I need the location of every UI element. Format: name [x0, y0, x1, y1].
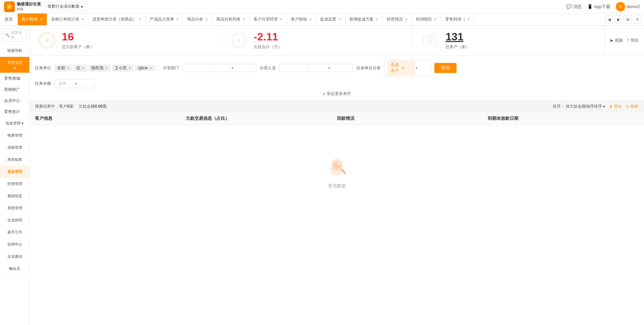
- tab-production[interactable]: 产成品入库单 ✕: [146, 13, 183, 26]
- tab-close-accounts[interactable]: ✕: [40, 17, 43, 21]
- nav-next-button[interactable]: ▶: [614, 15, 622, 24]
- svg-rect-8: [432, 37, 433, 38]
- sidebar-item-retail-stats[interactable]: 零售统计: [0, 106, 29, 117]
- top-bar-left: 🌟 畅捷通好生意 标版 母婴行业演示帐套 ▾: [4, 1, 87, 12]
- tab-close-goods-analysis-list[interactable]: ✕: [243, 17, 245, 21]
- tag-close-wu[interactable]: ✕: [82, 66, 85, 70]
- stats-value-debt-amount: -2.11: [254, 31, 282, 43]
- filter-tag-cjttcw[interactable]: cjttcw ✕: [135, 65, 155, 71]
- filter-person-dropdown[interactable]: ··· ▾: [279, 64, 353, 72]
- message-button[interactable]: 💬 消息: [566, 4, 582, 10]
- tab-purchase-stats[interactable]: 进货单统计表（按商品） ✕: [88, 13, 146, 26]
- stats-text-debt-amount: -2.11 欠款合计（万）: [254, 31, 282, 50]
- collapse-filters-button[interactable]: ∧ 收起更多条件: [323, 91, 351, 97]
- sidebar-item-app-center[interactable]: 应用中心: [0, 239, 29, 251]
- download-button[interactable]: 📱 App下载: [587, 4, 610, 10]
- results-actions: 排序： 排序：按欠款金额倒序排序 按欠款金额倒序排序 ▾ ⬆ 导出 ↻ 刷新: [553, 104, 639, 109]
- nav-close-all-button[interactable]: ✕: [633, 15, 641, 24]
- tag-close-wang[interactable]: ✕: [128, 66, 131, 70]
- nav-prev-button[interactable]: ◀: [605, 15, 613, 24]
- export-icon: ⬆: [609, 104, 612, 109]
- search-menu-input[interactable]: 🔍 搜索菜单: [3, 28, 27, 42]
- sidebar-item-operations[interactable]: 经营管理: [0, 178, 29, 190]
- filter-row-1: 往来单位 全部 ✕ 伍 ✕ 陈民强 ✕ 王小亮: [35, 60, 639, 76]
- export-button[interactable]: ⬆ 导出: [609, 104, 622, 109]
- tab-customer-seg[interactable]: 客户分层经营 ✕: [250, 13, 287, 26]
- tab-close-customer-contact[interactable]: ✕: [309, 17, 312, 21]
- filter-dept-dropdown[interactable]: ··· ▾: [182, 64, 256, 72]
- tab-goods-analysis-list[interactable]: 商品分析列表 ✕: [212, 13, 250, 26]
- query-button[interactable]: 查询: [434, 63, 457, 73]
- svg-point-13: [337, 161, 340, 165]
- sidebar-item-inventory[interactable]: 库存核算: [0, 154, 29, 166]
- col-repayment: 回款情况: [337, 115, 488, 121]
- sidebar-item-quick-nav[interactable]: 快捷导航: [0, 45, 29, 57]
- tab-close-profit-report[interactable]: ✕: [434, 17, 437, 21]
- filter-tag-chen[interactable]: 陈民强 ✕: [89, 65, 111, 72]
- help-button[interactable]: ? 帮助: [627, 38, 639, 43]
- tab-close-biz-status[interactable]: ✕: [405, 17, 407, 21]
- tab-retail-profit[interactable]: 零售利润（ ✕: [441, 13, 474, 26]
- filter-tag-wang[interactable]: 王小亮 ✕: [112, 65, 134, 72]
- tab-close-goods-analysis[interactable]: ✕: [205, 17, 208, 21]
- sidebar-item-wechat[interactable]: 企业微信: [0, 251, 29, 263]
- filter-person-label: 分管人员: [260, 65, 276, 71]
- tab-customer-contact[interactable]: 客户联络 ✕: [287, 13, 316, 26]
- user-menu[interactable]: D demo2: [616, 2, 640, 11]
- tab-purchase-orders[interactable]: 采购订单统计表 ✕: [47, 13, 88, 26]
- tag-close-all[interactable]: ✕: [67, 66, 70, 70]
- sidebar-item-marketing[interactable]: 营销推广: [0, 84, 29, 95]
- sidebar-item-base-info[interactable]: 基础信息: [0, 190, 29, 202]
- filter-classify-dropdown[interactable]: 普通客户 ✕ ▾: [384, 60, 431, 76]
- tab-close-promo-settings[interactable]: ✕: [338, 17, 341, 21]
- sidebar-item-wholesale-mgmt[interactable]: 批发管理 ▾: [0, 117, 29, 130]
- tab-accounts[interactable]: 客户账本 ✕: [18, 13, 47, 26]
- nav-expand-button[interactable]: ⊞: [624, 15, 632, 24]
- tab-new-promo[interactable]: 新增提成方案 ✕: [345, 13, 383, 26]
- tag-close-chen[interactable]: ✕: [105, 66, 108, 70]
- sidebar-item-member-center[interactable]: 会员中心: [0, 95, 29, 106]
- video-button[interactable]: ▶ 视频: [610, 38, 623, 43]
- tag-close-cjttcw[interactable]: ✕: [149, 66, 152, 70]
- sidebar-item-ecommerce[interactable]: 电商管理: [0, 130, 29, 142]
- tag-close-classify[interactable]: ✕: [401, 66, 411, 70]
- tab-close-customer-seg[interactable]: ✕: [280, 17, 283, 21]
- stats-text-total-customers: 131 总客户（家）: [445, 31, 470, 50]
- help-icon: ?: [627, 38, 629, 43]
- top-bar-right: 💬 消息 📱 App下载 D demo2: [566, 2, 640, 11]
- tab-close-new-promo[interactable]: ✕: [376, 17, 378, 21]
- chevron-down-icon: ▾: [81, 4, 83, 9]
- sidebar-item-guide[interactable]: 新手引导: [0, 226, 29, 239]
- empty-icon: [324, 152, 350, 179]
- logo-area: 🌟 畅捷通好生意 标版: [4, 1, 41, 12]
- sidebar-item-retail-mgmt[interactable]: 零售管理 ▲: [0, 57, 29, 73]
- sidebar-item-vip[interactable]: 畅会员: [0, 263, 29, 275]
- tab-close-purchase-orders[interactable]: ✕: [81, 17, 84, 21]
- tab-close-retail-profit[interactable]: ✕: [467, 17, 470, 21]
- tab-profit-report[interactable]: 利润报告 ✕: [412, 13, 441, 26]
- demo-selector[interactable]: 母婴行业演示帐套 ▾: [44, 2, 87, 11]
- tab-close-purchase-stats[interactable]: ✕: [139, 17, 141, 21]
- sidebar-item-finance[interactable]: 资金管理: [0, 166, 29, 178]
- filter-classify-tag[interactable]: 普通客户 ✕: [388, 61, 414, 75]
- sidebar-item-system[interactable]: 系统管理: [0, 202, 29, 214]
- debt-amount-icon: ✦: [229, 31, 248, 50]
- tab-home[interactable]: 首页: [0, 13, 18, 26]
- sidebar-item-retail-store[interactable]: 零售商城: [0, 73, 29, 84]
- tab-promo-settings[interactable]: 提成设置 ✕: [316, 13, 345, 26]
- filter-tag-wu[interactable]: 伍 ✕: [74, 65, 87, 72]
- filter-tag-all[interactable]: 全部 ✕: [54, 65, 72, 72]
- search-result-label: 搜索结果中，客户0家: [35, 104, 74, 109]
- refresh-button[interactable]: ↻ 刷新: [626, 104, 639, 109]
- col-debt-info: 欠款交易信息（占比）: [186, 115, 337, 121]
- svg-rect-7: [427, 40, 428, 41]
- tab-biz-status[interactable]: 经营情况 ✕: [383, 13, 412, 26]
- tab-goods-analysis[interactable]: 商品分析 ✕: [183, 13, 212, 26]
- table-body: 暂无数据: [30, 125, 644, 216]
- sidebar-item-cooperation[interactable]: 企业协同: [0, 214, 29, 226]
- filter-balance-dropdown[interactable]: 选择... ▾: [54, 79, 95, 88]
- sort-dropdown[interactable]: 排序： 排序：按欠款金额倒序排序 按欠款金额倒序排序 ▾: [553, 104, 605, 109]
- sidebar-item-purchase[interactable]: 采购管理: [0, 142, 29, 154]
- filter-more-tags[interactable]: ...: [156, 66, 160, 70]
- tab-close-production[interactable]: ✕: [176, 17, 179, 21]
